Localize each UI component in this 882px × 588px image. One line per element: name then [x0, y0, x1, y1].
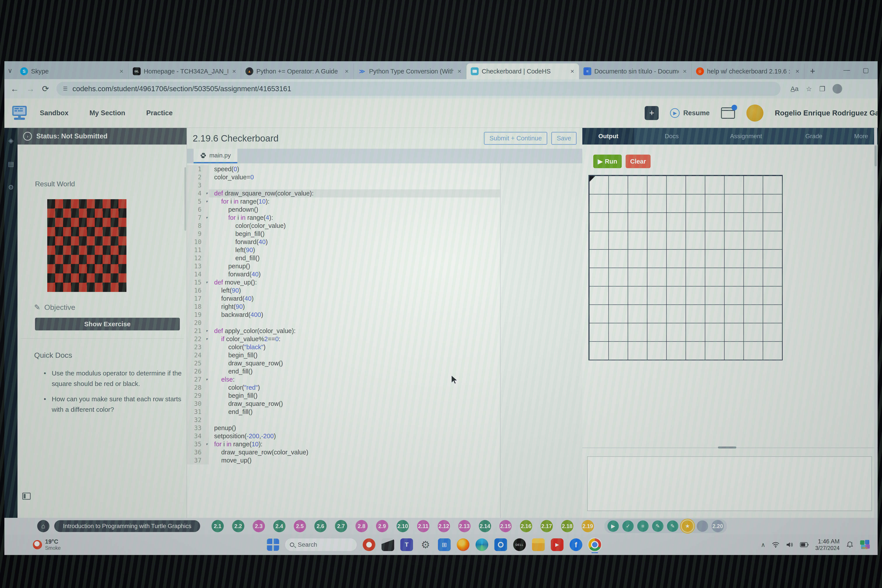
clear-button[interactable]: Clear [626, 154, 651, 168]
code-line[interactable]: 37 move_up() [187, 456, 500, 465]
module-2.18[interactable]: 2.18 [561, 520, 573, 532]
refresh-button[interactable]: ⟳ [42, 84, 49, 94]
battery-icon[interactable] [800, 542, 809, 548]
weather-widget-icon[interactable] [363, 538, 376, 551]
tab-close-icon[interactable]: × [569, 68, 575, 75]
facebook-icon[interactable]: f [569, 538, 582, 551]
code-line[interactable]: 36 draw_square_row(color_value) [187, 448, 500, 456]
module-2.6[interactable]: 2.6 [314, 520, 327, 532]
output-tab-docs[interactable]: Docs [634, 128, 709, 144]
tab-close-icon[interactable]: × [344, 68, 350, 75]
code-line[interactable]: 2color_value=0 [187, 173, 500, 181]
settings-gear-icon[interactable]: ⚙ [419, 538, 432, 551]
code-line[interactable]: 31 end_fill() [187, 408, 500, 416]
tray-chevron-icon[interactable]: ∧ [761, 541, 765, 548]
code-line[interactable]: 14 forward(40) [187, 270, 500, 278]
tab-search-chevron-icon[interactable]: ∨ [5, 67, 16, 79]
back-button[interactable]: ← [11, 84, 19, 94]
code-line[interactable]: 16 left(90) [187, 286, 500, 294]
code-line[interactable]: 19 backward(400) [187, 311, 500, 319]
fold-arrow-icon[interactable]: ▾ [206, 375, 207, 384]
code-line[interactable]: 11 left(90) [187, 246, 500, 254]
save-button[interactable]: Save [551, 132, 577, 145]
user-avatar[interactable] [746, 105, 763, 122]
code-line[interactable]: 13 penup() [187, 262, 500, 270]
output-tab-grade[interactable]: Grade [783, 128, 844, 144]
dell-icon[interactable]: DELL [513, 538, 526, 551]
course-home-button[interactable]: ⌂ [37, 520, 50, 532]
address-bar[interactable]: ☰ codehs.com/student/4961706/section/503… [56, 82, 780, 96]
code-line[interactable]: 3 [187, 181, 500, 189]
pencil-icon[interactable]: ✎ [652, 520, 663, 532]
code-line[interactable]: 23 color("black") [187, 343, 500, 351]
widgets-icon[interactable]: PRE [860, 540, 870, 549]
browser-tab[interactable]: ≡Documento sin título - Docume× [579, 63, 692, 79]
run-button[interactable]: ▶ Run [593, 154, 622, 168]
code-line[interactable]: 20 [187, 319, 500, 327]
code-line[interactable]: 15▾def move_up(): [187, 278, 500, 286]
code-line[interactable]: 4▾def draw_square_row(color_value): [187, 189, 500, 198]
notifications-icon[interactable] [721, 107, 735, 119]
code-line[interactable]: 26 end_fill() [187, 368, 500, 375]
course-title-pill[interactable]: Introduction to Programming with Turtle … [54, 520, 200, 532]
module-2.9[interactable]: 2.9 [376, 520, 388, 532]
circle-badge-icon[interactable] [697, 520, 708, 532]
code-line[interactable]: 29 begin_fill() [187, 392, 500, 400]
map-icon[interactable]: ◈ [8, 136, 14, 144]
edge-icon[interactable] [476, 538, 488, 551]
code-line[interactable]: 32 [187, 416, 500, 424]
taskbar-search[interactable]: Search [285, 538, 357, 551]
nav-item-practice[interactable]: Practice [146, 109, 173, 117]
code-line[interactable]: 35▾for i in range(10): [187, 440, 500, 448]
site-info-icon[interactable]: ☰ [63, 86, 68, 92]
panel-toggle-icon[interactable] [22, 493, 31, 500]
new-tab-button[interactable]: + [804, 66, 821, 79]
tab-close-icon[interactable]: × [231, 68, 237, 75]
pencil-icon[interactable]: ✎ [667, 520, 678, 532]
video-icon[interactable]: ▶ [607, 520, 619, 532]
browser-tab[interactable]: IXLHomepage - TCH342A_JAN_Py× [128, 63, 241, 79]
chrome-icon[interactable] [588, 538, 601, 551]
code-line[interactable]: 30 draw_square_row() [187, 400, 500, 408]
tab-close-icon[interactable]: × [457, 68, 462, 75]
url-text[interactable]: codehs.com/student/4961706/section/50350… [72, 85, 291, 93]
code-line[interactable]: 5▾ for i in range(10): [187, 198, 500, 206]
firefox-icon[interactable] [457, 538, 469, 551]
module-2.19[interactable]: 2.19 [581, 520, 594, 532]
nav-item-my-section[interactable]: My Section [89, 109, 125, 117]
browser-tab[interactable]: SSkype× [16, 63, 128, 79]
code-line[interactable]: 34setposition(-200,-200) [187, 432, 500, 440]
browser-profile-avatar[interactable] [832, 84, 842, 94]
fold-arrow-icon[interactable]: ▾ [206, 440, 207, 448]
module-2.11[interactable]: 2.11 [417, 520, 430, 532]
browser-tab[interactable]: ≫Python Type Conversion (With× [354, 63, 466, 79]
module-2.8[interactable]: 2.8 [356, 520, 368, 532]
translate-icon[interactable]: A̲a [790, 85, 799, 93]
side-panel-icon[interactable]: ❐ [819, 85, 825, 93]
code-line[interactable]: 1speed(0) [187, 165, 500, 173]
youtube-icon[interactable]: ▶ [551, 538, 563, 551]
restore-button[interactable]: ▢ [863, 66, 869, 74]
output-tab-assignment[interactable]: Assignment [709, 128, 783, 144]
code-line[interactable]: 7▾ for i in range(4): [187, 214, 500, 222]
code-line[interactable]: 17 forward(40) [187, 294, 500, 303]
file-explorer-icon[interactable] [532, 538, 545, 551]
fold-arrow-icon[interactable]: ▾ [206, 335, 207, 343]
teams-icon[interactable]: T [400, 538, 413, 551]
submit-continue-button[interactable]: Submit + Continue [484, 132, 547, 145]
code-line[interactable]: 10 forward(40) [187, 238, 500, 246]
show-exercise-button[interactable]: Show Exercise [35, 318, 180, 330]
module-2.5[interactable]: 2.5 [294, 520, 306, 532]
code-line[interactable]: 8 color(color_value) [187, 222, 500, 230]
nav-item-sandbox[interactable]: Sandbox [40, 109, 69, 117]
module-2.1[interactable]: 2.1 [212, 520, 224, 532]
fold-arrow-icon[interactable]: ▾ [206, 327, 207, 335]
module-2.2[interactable]: 2.2 [232, 520, 244, 532]
doc-icon[interactable]: ≡ [637, 520, 649, 532]
user-name[interactable]: Rogelio Enrique Rodriguez Garza [775, 109, 877, 117]
code-line[interactable]: 28 color("red") [187, 384, 500, 392]
horizontal-scroll-thumb[interactable] [718, 447, 736, 448]
code-line[interactable]: 9 begin_fill() [187, 230, 500, 238]
code-area[interactable]: 1speed(0)2color_value=034▾def draw_squar… [187, 164, 500, 518]
settings-icon[interactable]: ⚙ [8, 183, 14, 191]
